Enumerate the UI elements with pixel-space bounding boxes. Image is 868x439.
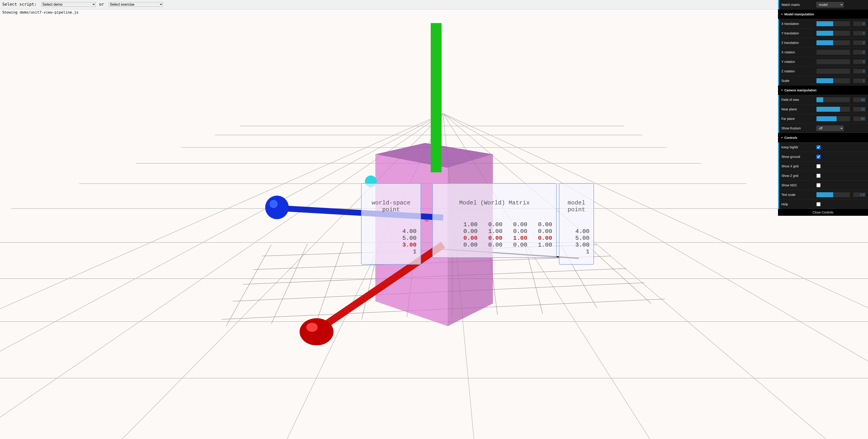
folder-model[interactable]: Model manipulation — [778, 9, 868, 19]
model-3-slider[interactable] — [816, 50, 850, 55]
camera-2-label: Far plane — [781, 117, 816, 121]
model-0-slider[interactable] — [816, 21, 850, 26]
model-point-cell: 5.00 — [576, 235, 589, 241]
matrix-cell: 0.00 — [484, 235, 502, 241]
demo-select[interactable]: Select demo — [41, 2, 96, 7]
model-1-label: Y translation — [781, 31, 816, 35]
camera-1-value: 20 — [853, 107, 866, 112]
control-check-3-label: Show Z grid — [781, 174, 816, 178]
matrix-cell: 0.00 — [459, 228, 477, 235]
matrix-cell: 0.00 — [459, 241, 477, 248]
folder-controls[interactable]: Controls — [778, 133, 868, 143]
model-3-row: X rotation0 — [778, 48, 868, 57]
top-bar: Select script: Select demo or Select exe… — [0, 0, 868, 9]
world-point-cell: 4.00 — [402, 228, 416, 235]
control-check-1-row: Show ground — [778, 152, 868, 162]
model-6-label: Scale — [781, 79, 816, 83]
model-5-row: Z rotation0 — [778, 66, 868, 76]
or-label: or — [99, 2, 104, 6]
matrix-cell: 0.00 — [484, 241, 502, 248]
control-check-4-row: Show NDC — [778, 180, 868, 190]
matrix-cell: 0.00 — [534, 228, 552, 235]
folder-camera[interactable]: Camera manipulation — [778, 86, 868, 95]
control-check-4-label: Show NDC — [781, 183, 816, 187]
model-4-label: Y rotation — [781, 60, 816, 63]
svg-point-42 — [270, 200, 278, 208]
equals-sign: = — [425, 216, 429, 224]
model-2-value: 0 — [853, 40, 866, 45]
model-0-value: 0 — [853, 22, 866, 26]
camera-1-row: Near plane20 — [778, 105, 868, 114]
camera-0-value: 40 — [853, 97, 866, 102]
model-2-slider[interactable] — [816, 40, 850, 45]
control-check-3-checkbox[interactable] — [816, 174, 820, 178]
control-check-2-label: Show X grid — [781, 165, 816, 168]
text-scale-row: Text scale 0.8 — [778, 190, 868, 200]
help-checkbox[interactable] — [816, 202, 820, 206]
model-3-label: X rotation — [781, 51, 816, 54]
camera-2-row: Far plane80 — [778, 114, 868, 123]
control-check-3-row: Show Z grid — [778, 171, 868, 180]
matrix-cell: 0.00 — [509, 221, 527, 228]
help-label: Help — [781, 202, 816, 206]
matrix-cell: 1.00 — [509, 235, 527, 241]
text-scale-slider[interactable] — [816, 192, 850, 197]
show-frustum-select[interactable]: off — [816, 125, 844, 131]
model-3-value: 0 — [853, 50, 866, 55]
matrix-cell: 0.00 — [534, 235, 552, 241]
matrix-cell: 0.00 — [484, 221, 502, 228]
matrix-cell: 1.00 — [484, 228, 502, 235]
control-check-0-label: Keep highlit — [781, 145, 816, 149]
control-check-1-checkbox[interactable] — [816, 155, 820, 159]
svg-line-35 — [588, 246, 651, 303]
model-6-value: 1 — [853, 79, 866, 83]
matrix-cell: 0.00 — [459, 235, 477, 241]
matrix-box: Model (World) Matrix 1.000.000.000.000.0… — [432, 183, 557, 258]
model-4-slider[interactable] — [816, 59, 850, 64]
model-6-slider[interactable] — [816, 78, 850, 83]
model-4-value: 0 — [853, 59, 866, 64]
camera-2-slider[interactable] — [816, 116, 850, 121]
model-5-slider[interactable] — [816, 69, 850, 74]
model-point-cell: 3.00 — [576, 241, 589, 248]
show-frustum-label: Show frustum — [781, 126, 816, 130]
camera-2-value: 80 — [853, 116, 866, 121]
model-point-title: model point — [563, 200, 589, 213]
control-check-4-checkbox[interactable] — [816, 183, 820, 187]
control-check-2-row: Show X grid — [778, 162, 868, 171]
show-frustum-row: Show frustum off — [778, 123, 868, 133]
camera-0-slider[interactable] — [816, 97, 850, 102]
model-0-row: X translation0 — [778, 19, 868, 29]
svg-point-45 — [306, 323, 318, 332]
svg-rect-39 — [431, 23, 441, 172]
world-point-cell: 1 — [403, 248, 416, 255]
model-point-cell: 4.00 — [576, 228, 589, 235]
text-scale-value: 0.8 — [853, 193, 866, 197]
svg-line-28 — [316, 242, 344, 322]
control-check-0-row: Keep highlit — [778, 143, 868, 152]
model-1-value: 0 — [853, 31, 866, 35]
model-2-label: Z translation — [781, 41, 816, 45]
help-row: Help — [778, 200, 868, 209]
watch-matrix-row: Watch matrix model — [778, 0, 868, 9]
world-point-cell: 3.00 — [402, 241, 416, 248]
world-point-cell: 5.00 — [402, 235, 416, 241]
control-check-2-checkbox[interactable] — [816, 164, 820, 168]
model-point-box: model point 4.005.003.001 — [559, 183, 594, 265]
control-panel: Watch matrix model Model manipulation X … — [778, 0, 868, 216]
camera-1-slider[interactable] — [816, 107, 850, 112]
model-0-label: X translation — [781, 22, 816, 26]
watch-matrix-select[interactable]: model — [816, 2, 844, 7]
close-controls-button[interactable]: Close Controls — [778, 209, 868, 216]
watch-matrix-label: Watch matrix — [781, 3, 816, 6]
model-point-cell: 1 — [576, 248, 589, 255]
svg-point-41 — [265, 196, 289, 219]
svg-line-17 — [443, 114, 837, 439]
text-scale-label: Text scale — [781, 193, 816, 197]
control-check-1-label: Show ground — [781, 155, 816, 158]
control-check-0-checkbox[interactable] — [816, 145, 820, 149]
exercise-select[interactable]: Select exercise — [109, 2, 163, 7]
camera-0-label: Field of view — [781, 98, 816, 101]
model-1-slider[interactable] — [816, 31, 850, 36]
y-axis — [431, 23, 441, 172]
